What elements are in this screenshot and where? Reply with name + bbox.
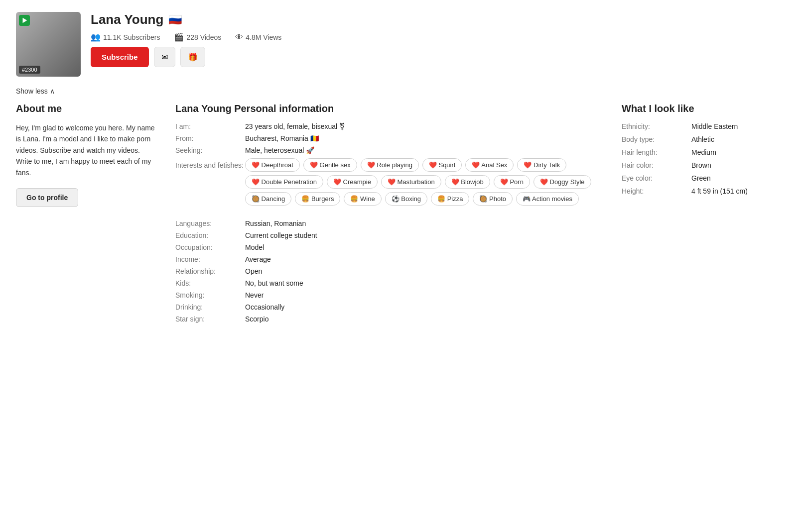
drinking-row: Drinking: Occasionally <box>175 303 602 311</box>
ethnicity-label: Ethnicity: <box>622 122 691 130</box>
interests-label: Interests and fetishes: <box>175 158 245 169</box>
looks-column: What I look like Ethnicity: Middle Easte… <box>622 103 781 327</box>
hair-color-label: Hair color: <box>622 161 691 169</box>
i-am-row: I am: 23 years old, female, bisexual ⚧ <box>175 122 602 130</box>
header-info: Lana Young 🇷🇺 👥 11.1K Subscribers 🎬 228 … <box>91 12 281 67</box>
star-sign-value: Scorpio <box>245 315 268 323</box>
interest-tag: ❤️ Gentle sex <box>303 158 357 172</box>
personal-column: Lana Young Personal information I am: 23… <box>175 103 622 327</box>
education-value: Current college student <box>245 231 317 239</box>
flag-icon: 🇷🇺 <box>168 13 182 26</box>
from-row: From: Bucharest, Romania 🇷🇴 <box>175 134 602 142</box>
kids-value: No, but want some <box>245 279 303 287</box>
languages-value: Russian, Romanian <box>245 219 306 227</box>
i-am-value: 23 years old, female, bisexual ⚧ <box>245 122 345 130</box>
relationship-value: Open <box>245 267 262 275</box>
looks-grid: Ethnicity: Middle Eastern Body type: Ath… <box>622 122 781 195</box>
seeking-value: Male, heterosexual 🚀 <box>245 146 314 154</box>
height-value: 4 ft 59 in (151 cm) <box>691 187 781 195</box>
name-row: Lana Young 🇷🇺 <box>91 12 281 27</box>
profile-name: Lana Young <box>91 12 163 27</box>
gift-button[interactable]: 🎁 <box>180 47 205 67</box>
interest-tag: ❤️ Masturbation <box>381 175 441 189</box>
languages-row: Languages: Russian, Romanian <box>175 219 602 227</box>
occupation-row: Occupation: Model <box>175 243 602 251</box>
videos-stat: 🎬 228 Videos <box>174 32 221 42</box>
interest-tag: ❤️ Anal Sex <box>465 158 514 172</box>
avatar-wrap: #2300 <box>16 12 81 77</box>
income-value: Average <box>245 255 271 263</box>
subscribe-button[interactable]: Subscribe <box>91 47 149 67</box>
interest-tag: ❤️ Squirt <box>422 158 462 172</box>
interest-tag: 🍔 Burgers <box>295 192 340 206</box>
about-text: Hey, I'm glad to welcome you here. My na… <box>16 122 155 178</box>
message-button[interactable]: ✉ <box>154 47 175 67</box>
kids-row: Kids: No, but want some <box>175 279 602 287</box>
eye-color-label: Eye color: <box>622 174 691 182</box>
play-icon <box>19 15 30 26</box>
occupation-label: Occupation: <box>175 243 245 251</box>
show-less-button[interactable]: Show less ∧ <box>16 87 55 95</box>
profile-badge: #2300 <box>19 66 40 74</box>
interests-row: Interests and fetishes: ❤️ Deepthroat❤️ … <box>175 158 602 206</box>
interest-tag: ❤️ Blowjob <box>445 175 490 189</box>
income-label: Income: <box>175 255 245 263</box>
seeking-label: Seeking: <box>175 146 245 154</box>
subscribers-icon: 👥 <box>91 32 101 42</box>
personal-title: Lana Young Personal information <box>175 103 602 114</box>
interest-tag: 🍔 Pizza <box>431 192 469 206</box>
about-column: About me Hey, I'm glad to welcome you he… <box>16 103 175 327</box>
extra-info-section: Languages: Russian, Romanian Education: … <box>175 219 602 323</box>
subscribers-stat: 👥 11.1K Subscribers <box>91 32 160 42</box>
interest-tag: 🎮 Action movies <box>516 192 579 206</box>
about-title: About me <box>16 103 155 114</box>
body-type-label: Body type: <box>622 135 691 143</box>
interest-tag: ❤️ Creampie <box>327 175 378 189</box>
interest-tag: ❤️ Double Penetration <box>245 175 323 189</box>
income-row: Income: Average <box>175 255 602 263</box>
ethnicity-value: Middle Eastern <box>691 122 781 130</box>
smoking-value: Never <box>245 291 264 299</box>
kids-label: Kids: <box>175 279 245 287</box>
eye-color-value: Green <box>691 174 781 182</box>
interest-tag: ❤️ Deepthroat <box>245 158 300 172</box>
seeking-row: Seeking: Male, heterosexual 🚀 <box>175 146 602 154</box>
smoking-row: Smoking: Never <box>175 291 602 299</box>
interest-tag: 🥘 Dancing <box>245 192 291 206</box>
body-type-value: Athletic <box>691 135 781 143</box>
from-label: From: <box>175 134 245 142</box>
svg-marker-0 <box>23 18 27 23</box>
i-am-label: I am: <box>175 122 245 130</box>
interest-tag: ⚽ Boxing <box>385 192 427 206</box>
actions-row: Subscribe ✉ 🎁 <box>91 47 281 67</box>
drinking-label: Drinking: <box>175 303 245 311</box>
hair-length-value: Medium <box>691 148 781 156</box>
interest-tag: ❤️ Dirty Talk <box>517 158 566 172</box>
main-content: About me Hey, I'm glad to welcome you he… <box>0 103 797 347</box>
views-icon: 👁 <box>235 33 243 42</box>
smoking-label: Smoking: <box>175 291 245 299</box>
relationship-row: Relationship: Open <box>175 267 602 275</box>
languages-label: Languages: <box>175 219 245 227</box>
interest-tag: 🍔 Wine <box>344 192 381 206</box>
profile-header: #2300 Lana Young 🇷🇺 👥 11.1K Subscribers … <box>0 0 797 85</box>
views-value: 4.8M Views <box>246 33 281 41</box>
hair-length-label: Hair length: <box>622 148 691 156</box>
subscribers-value: 11.1K Subscribers <box>103 33 160 41</box>
show-less-section: Show less ∧ <box>0 85 797 103</box>
views-stat: 👁 4.8M Views <box>235 32 281 42</box>
hair-color-value: Brown <box>691 161 781 169</box>
relationship-label: Relationship: <box>175 267 245 275</box>
videos-icon: 🎬 <box>174 32 184 42</box>
go-to-profile-button[interactable]: Go to profile <box>16 188 78 207</box>
interests-tags: ❤️ Deepthroat❤️ Gentle sex❤️ Role playin… <box>245 158 602 206</box>
from-value: Bucharest, Romania 🇷🇴 <box>245 134 319 142</box>
star-sign-label: Star sign: <box>175 315 245 323</box>
drinking-value: Occasionally <box>245 303 284 311</box>
interest-tag: ❤️ Role playing <box>361 158 419 172</box>
interest-tag: ❤️ Doggy Style <box>533 175 591 189</box>
interest-tag: ❤️ Porn <box>494 175 530 189</box>
videos-value: 228 Videos <box>186 33 221 41</box>
occupation-value: Model <box>245 243 264 251</box>
education-row: Education: Current college student <box>175 231 602 239</box>
